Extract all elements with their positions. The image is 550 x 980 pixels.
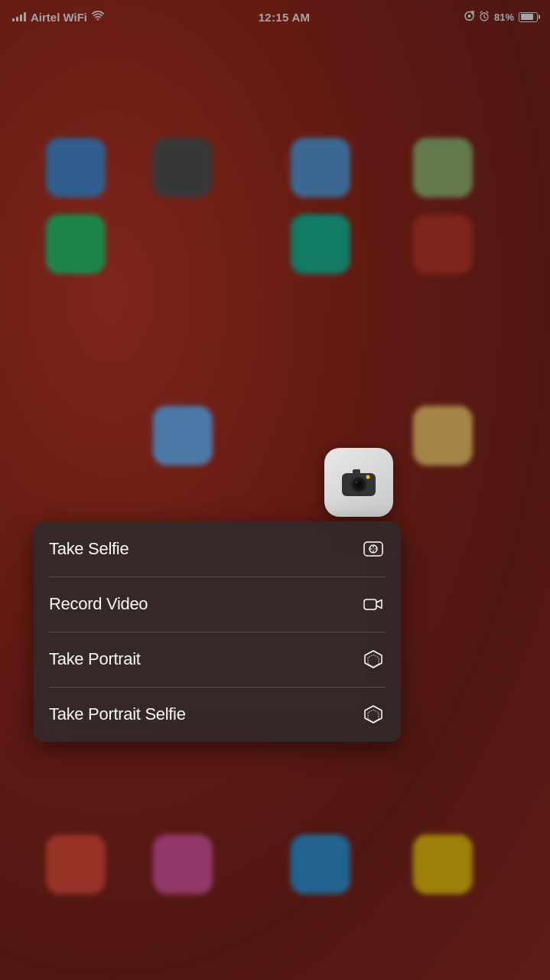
menu-item-take-portrait[interactable]: Take Portrait: [34, 632, 401, 687]
svg-point-10: [366, 475, 370, 479]
svg-rect-9: [353, 469, 360, 474]
selfie-icon: [361, 537, 386, 561]
menu-item-take-selfie-label: Take Selfie: [49, 539, 129, 559]
menu-item-take-portrait-label: Take Portrait: [49, 649, 141, 669]
menu-item-take-selfie[interactable]: Take Selfie: [34, 521, 401, 577]
portrait-selfie-icon: [361, 702, 386, 727]
menu-item-take-portrait-selfie[interactable]: Take Portrait Selfie: [34, 687, 401, 742]
context-menu-area: Take Selfie Record Video Take Portrai: [34, 448, 401, 742]
svg-rect-13: [364, 599, 376, 609]
menu-item-take-portrait-selfie-label: Take Portrait Selfie: [49, 704, 186, 724]
svg-rect-11: [364, 542, 382, 556]
menu-item-record-video[interactable]: Record Video: [34, 577, 401, 632]
svg-point-8: [356, 482, 358, 484]
context-menu: Take Selfie Record Video Take Portrai: [34, 521, 401, 742]
camera-app-icon[interactable]: [324, 448, 393, 517]
portrait-icon: [361, 647, 386, 671]
video-icon: [361, 592, 386, 616]
menu-item-record-video-label: Record Video: [49, 594, 148, 614]
